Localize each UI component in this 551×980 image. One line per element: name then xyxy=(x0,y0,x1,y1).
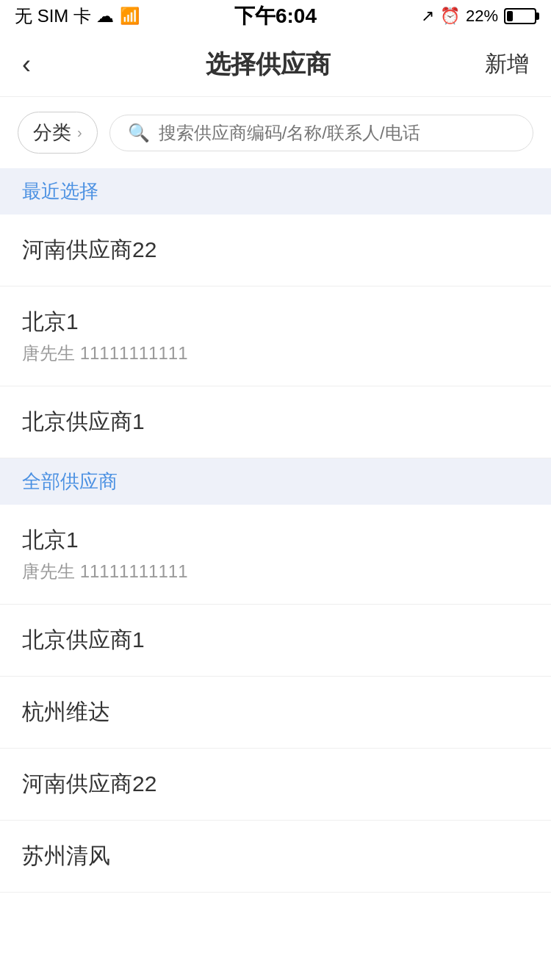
all-section-header: 全部供应商 xyxy=(0,458,551,505)
alarm-icon: ⏰ xyxy=(440,7,460,26)
chevron-right-icon: › xyxy=(77,124,82,141)
battery-icon xyxy=(504,8,536,24)
search-icon: 🔍 xyxy=(128,123,150,143)
search-input[interactable] xyxy=(159,123,515,143)
item-name: 北京供应商1 xyxy=(22,625,529,655)
list-item[interactable]: 北京1唐先生 11111111111 xyxy=(0,505,551,605)
page-title: 选择供应商 xyxy=(206,48,331,82)
recent-section-header: 最近选择 xyxy=(0,168,551,215)
item-name: 苏州清风 xyxy=(22,841,529,871)
status-time: 下午6:04 xyxy=(234,2,317,30)
status-left: 无 SIM 卡 ☁ 📶 xyxy=(15,4,140,28)
list-item[interactable]: 苏州清风 xyxy=(0,821,551,893)
item-name: 河南供应商22 xyxy=(22,769,529,799)
category-button[interactable]: 分类 › xyxy=(18,112,98,154)
battery-fill xyxy=(507,11,513,21)
back-button[interactable]: ‹ xyxy=(22,49,66,80)
item-sub: 唐先生 11111111111 xyxy=(22,560,529,583)
item-name: 河南供应商22 xyxy=(22,235,529,265)
list-item[interactable]: 北京1唐先生 11111111111 xyxy=(0,287,551,386)
add-button[interactable]: 新增 xyxy=(470,49,529,79)
list-item[interactable]: 北京供应商1 xyxy=(0,386,551,458)
all-section-title: 全部供应商 xyxy=(22,470,118,492)
item-name: 北京1 xyxy=(22,307,529,337)
location-icon: ↗ xyxy=(421,7,434,26)
list-item[interactable]: 杭州维达 xyxy=(0,677,551,749)
search-box: 🔍 xyxy=(109,115,533,151)
list-item[interactable]: 河南供应商22 xyxy=(0,749,551,821)
recent-list: 河南供应商22北京1唐先生 11111111111北京供应商1 xyxy=(0,215,551,458)
recent-section-title: 最近选择 xyxy=(22,180,98,202)
wifi-icon: 📶 xyxy=(120,7,140,26)
item-name: 北京供应商1 xyxy=(22,407,529,437)
status-bar: 无 SIM 卡 ☁ 📶 下午6:04 ↗ ⏰ 22% xyxy=(0,0,551,32)
list-item[interactable]: 河南供应商22 xyxy=(0,215,551,287)
item-name: 北京1 xyxy=(22,525,529,555)
sim-status: 无 SIM 卡 ☁ xyxy=(15,4,114,28)
all-list: 北京1唐先生 11111111111北京供应商1杭州维达河南供应商22苏州清风 xyxy=(0,505,551,893)
filter-bar: 分类 › 🔍 xyxy=(0,97,551,168)
item-sub: 唐先生 11111111111 xyxy=(22,342,529,365)
nav-bar: ‹ 选择供应商 新增 xyxy=(0,32,551,97)
battery-percent: 22% xyxy=(466,7,498,26)
list-item[interactable]: 北京供应商1 xyxy=(0,605,551,677)
item-name: 杭州维达 xyxy=(22,697,529,727)
category-label: 分类 xyxy=(33,120,71,145)
status-right: ↗ ⏰ 22% xyxy=(421,7,536,26)
